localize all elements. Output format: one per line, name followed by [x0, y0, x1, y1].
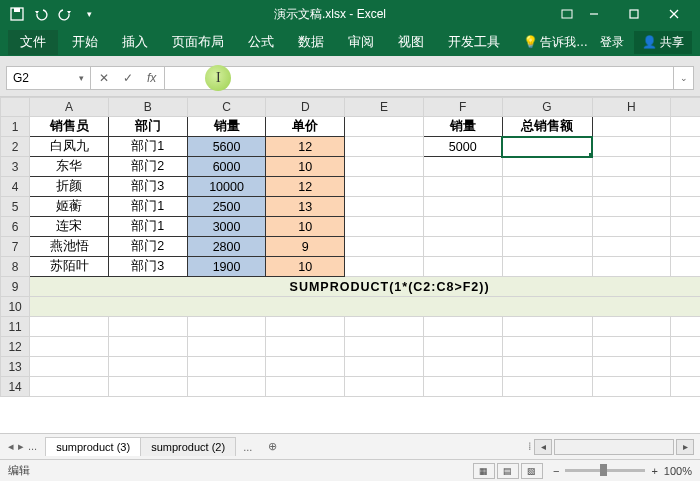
col-header-G[interactable]: G: [502, 98, 592, 117]
cell-A6[interactable]: 连宋: [30, 217, 109, 237]
cell-A2[interactable]: 白凤九: [30, 137, 109, 157]
col-header-I[interactable]: I: [671, 98, 700, 117]
cell-I12[interactable]: [671, 337, 700, 357]
fx-icon[interactable]: fx: [147, 71, 156, 85]
cell-H4[interactable]: [592, 177, 671, 197]
sheet-nav-first-icon[interactable]: ◂: [8, 440, 14, 453]
row-header-14[interactable]: 14: [1, 377, 30, 397]
cell-H3[interactable]: [592, 157, 671, 177]
sheet-tab-other[interactable]: sumproduct (2): [140, 437, 236, 456]
cell-H14[interactable]: [592, 377, 671, 397]
cell-E3[interactable]: [345, 157, 424, 177]
cell-F11[interactable]: [423, 317, 502, 337]
tab-developer[interactable]: 开发工具: [438, 30, 510, 55]
tab-home[interactable]: 开始: [62, 30, 108, 55]
horizontal-scrollbar[interactable]: ⁞ ◂ ▸: [285, 439, 700, 455]
cell-D8[interactable]: 10: [266, 257, 345, 277]
cell-H8[interactable]: [592, 257, 671, 277]
cell-C13[interactable]: [187, 357, 266, 377]
tab-review[interactable]: 审阅: [338, 30, 384, 55]
cell-E1[interactable]: [345, 117, 424, 137]
cell-B14[interactable]: [108, 377, 187, 397]
cell-B4[interactable]: 部门3: [108, 177, 187, 197]
col-header-B[interactable]: B: [108, 98, 187, 117]
cell-C7[interactable]: 2800: [187, 237, 266, 257]
cell-B11[interactable]: [108, 317, 187, 337]
cell-F12[interactable]: [423, 337, 502, 357]
new-sheet-icon[interactable]: ⊕: [260, 440, 285, 453]
cell-F3[interactable]: [423, 157, 502, 177]
cell-C8[interactable]: 1900: [187, 257, 266, 277]
tab-formulas[interactable]: 公式: [238, 30, 284, 55]
maximize-button[interactable]: [614, 0, 654, 28]
cell-A8[interactable]: 苏陌叶: [30, 257, 109, 277]
scroll-right-icon[interactable]: ▸: [676, 439, 694, 455]
cell-E11[interactable]: [345, 317, 424, 337]
row-header-12[interactable]: 12: [1, 337, 30, 357]
sheet-nav-dots[interactable]: ...: [28, 440, 37, 453]
cell-B5[interactable]: 部门1: [108, 197, 187, 217]
chevron-down-icon[interactable]: ▾: [79, 73, 84, 83]
signin-link[interactable]: 登录: [600, 34, 624, 51]
cell-A5[interactable]: 姬蘅: [30, 197, 109, 217]
qat-more-icon[interactable]: ▾: [78, 3, 100, 25]
tab-pagelayout[interactable]: 页面布局: [162, 30, 234, 55]
cell-H7[interactable]: [592, 237, 671, 257]
cell-G12[interactable]: [502, 337, 592, 357]
view-pagebreak-icon[interactable]: ▧: [521, 463, 543, 479]
cell-G6[interactable]: [502, 217, 592, 237]
cell-F13[interactable]: [423, 357, 502, 377]
row-header-10[interactable]: 10: [1, 297, 30, 317]
cell-H12[interactable]: [592, 337, 671, 357]
cell-G7[interactable]: [502, 237, 592, 257]
row-header-3[interactable]: 3: [1, 157, 30, 177]
tab-view[interactable]: 视图: [388, 30, 434, 55]
cell-A4[interactable]: 折颜: [30, 177, 109, 197]
zoom-out-icon[interactable]: −: [553, 465, 559, 477]
cell-G4[interactable]: [502, 177, 592, 197]
cell-C2[interactable]: 5600: [187, 137, 266, 157]
cell-D3[interactable]: 10: [266, 157, 345, 177]
cell-I13[interactable]: [671, 357, 700, 377]
cell-C12[interactable]: [187, 337, 266, 357]
col-header-C[interactable]: C: [187, 98, 266, 117]
cell-G5[interactable]: [502, 197, 592, 217]
scroll-left-icon[interactable]: ◂: [534, 439, 552, 455]
zoom-slider[interactable]: [565, 469, 645, 472]
formula-display-cell[interactable]: SUMPRODUCT(1*(C2:C8>F2)): [30, 277, 700, 297]
row-header-8[interactable]: 8: [1, 257, 30, 277]
cell-A14[interactable]: [30, 377, 109, 397]
cell-G2[interactable]: [502, 137, 592, 157]
cell-D5[interactable]: 13: [266, 197, 345, 217]
row-header-11[interactable]: 11: [1, 317, 30, 337]
cell-I2[interactable]: [671, 137, 700, 157]
cell-E14[interactable]: [345, 377, 424, 397]
cell-I5[interactable]: [671, 197, 700, 217]
row-header-2[interactable]: 2: [1, 137, 30, 157]
cell-B2[interactable]: 部门1: [108, 137, 187, 157]
worksheet-grid[interactable]: ABCDEFGHI1销售员部门销量单价销量总销售额2白凤九部门156001250…: [0, 97, 700, 433]
cell-D14[interactable]: [266, 377, 345, 397]
cell-D1[interactable]: 单价: [266, 117, 345, 137]
cell-E6[interactable]: [345, 217, 424, 237]
cell-C11[interactable]: [187, 317, 266, 337]
cell-E8[interactable]: [345, 257, 424, 277]
cell-F14[interactable]: [423, 377, 502, 397]
cell-C1[interactable]: 销量: [187, 117, 266, 137]
row-header-7[interactable]: 7: [1, 237, 30, 257]
cell-B13[interactable]: [108, 357, 187, 377]
zoom-in-icon[interactable]: +: [651, 465, 657, 477]
cell-A1[interactable]: 销售员: [30, 117, 109, 137]
cell-C4[interactable]: 10000: [187, 177, 266, 197]
sheet-nav-last-icon[interactable]: ▸: [18, 440, 24, 453]
sheet-tab-active[interactable]: sumproduct (3): [45, 437, 141, 456]
cell-A13[interactable]: [30, 357, 109, 377]
cell-G1[interactable]: 总销售额: [502, 117, 592, 137]
cell-F6[interactable]: [423, 217, 502, 237]
col-header-A[interactable]: A: [30, 98, 109, 117]
cell-B12[interactable]: [108, 337, 187, 357]
tell-me[interactable]: 告诉我…: [540, 34, 588, 51]
view-pagelayout-icon[interactable]: ▤: [497, 463, 519, 479]
name-box[interactable]: G2 ▾: [7, 67, 91, 89]
cell-C5[interactable]: 2500: [187, 197, 266, 217]
